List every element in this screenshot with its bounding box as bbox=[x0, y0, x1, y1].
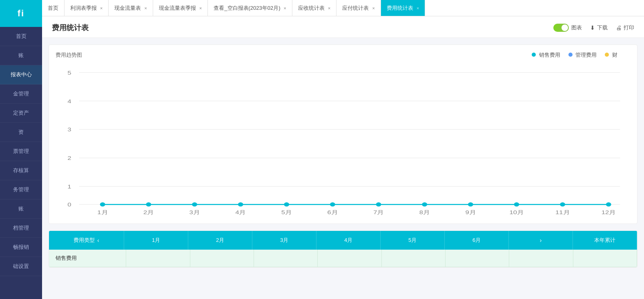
chart-toggle-wrap: 图表 bbox=[553, 24, 582, 32]
download-button[interactable]: ⬇ 下载 bbox=[590, 24, 608, 31]
tab-expense[interactable]: 费用统计表 × bbox=[381, 0, 425, 16]
tab-blank[interactable]: 查看_空白报表(2023年02月) × bbox=[208, 0, 292, 16]
svg-point-31 bbox=[422, 202, 427, 206]
tab-close-cashflow[interactable]: × bbox=[144, 6, 147, 11]
tab-payable[interactable]: 应付统计表 × bbox=[336, 0, 381, 16]
svg-point-34 bbox=[560, 202, 565, 206]
td-m1 bbox=[126, 250, 190, 267]
tab-cashflow[interactable]: 现金流量表 × bbox=[109, 0, 153, 16]
print-icon: 🖨 bbox=[616, 24, 622, 31]
svg-text:4月: 4月 bbox=[235, 209, 246, 215]
sidebar-item-sales[interactable]: 畅报销 bbox=[0, 238, 42, 257]
th-ytd: 本年累计 bbox=[573, 231, 637, 250]
svg-point-25 bbox=[146, 202, 151, 206]
svg-point-27 bbox=[238, 202, 243, 206]
chart-svg: 5 4 3 2 1 0 1月 bbox=[56, 62, 631, 217]
sidebar-item-asset[interactable]: 定资产 bbox=[0, 104, 42, 123]
sidebar-item-invoice[interactable]: 票管理 bbox=[0, 142, 42, 161]
tab-close-cashflow-quarter[interactable]: × bbox=[199, 6, 202, 11]
svg-text:1: 1 bbox=[67, 184, 71, 190]
chart-toggle[interactable] bbox=[553, 24, 569, 32]
svg-text:6月: 6月 bbox=[327, 209, 338, 215]
chart-section: 费用趋势图 销售费用 管理费用 财 bbox=[49, 44, 637, 224]
svg-point-30 bbox=[376, 202, 381, 206]
sidebar-item-account[interactable]: 账 bbox=[0, 46, 42, 65]
sidebar-item-invest[interactable]: 资 bbox=[0, 123, 42, 142]
th-next-nav-wrap: › bbox=[509, 231, 573, 250]
td-m3 bbox=[254, 250, 318, 267]
svg-text:7月: 7月 bbox=[373, 209, 384, 215]
tab-close-receivable[interactable]: × bbox=[328, 6, 330, 11]
svg-text:3月: 3月 bbox=[189, 209, 200, 215]
td-m2 bbox=[190, 250, 254, 267]
th-type: 费用类型 ‹ bbox=[49, 231, 124, 250]
td-m5 bbox=[382, 250, 446, 267]
svg-point-26 bbox=[192, 202, 197, 206]
svg-text:1月: 1月 bbox=[97, 209, 108, 215]
sidebar-item-archive[interactable]: 档管理 bbox=[0, 219, 42, 238]
th-next-nav[interactable]: › bbox=[540, 237, 542, 244]
legend-admin-label: 管理费用 bbox=[575, 52, 597, 58]
tab-home[interactable]: 首页 bbox=[42, 0, 65, 16]
legend-dot-sales bbox=[532, 53, 536, 57]
chart-area-wrapper: 费用趋势图 销售费用 管理费用 财 bbox=[56, 51, 631, 217]
download-icon: ⬇ bbox=[590, 24, 595, 31]
tab-receivable[interactable]: 应收统计表 × bbox=[292, 0, 336, 16]
svg-text:11月: 11月 bbox=[555, 209, 570, 215]
th-prev-nav[interactable]: ‹ bbox=[97, 237, 99, 244]
th-m3: 3月 bbox=[252, 231, 316, 250]
svg-point-24 bbox=[100, 202, 105, 206]
sidebar-item-report[interactable]: 报表中心 bbox=[0, 65, 42, 84]
sidebar-item-home[interactable]: 首页 bbox=[0, 27, 42, 46]
chart-toggle-label: 图表 bbox=[571, 24, 582, 31]
td-m4 bbox=[318, 250, 381, 267]
print-button[interactable]: 🖨 打印 bbox=[616, 24, 634, 31]
legend-dot-admin bbox=[568, 53, 573, 57]
svg-point-28 bbox=[284, 202, 289, 206]
td-type: 销售费用 bbox=[49, 250, 126, 267]
td-nav-spacer bbox=[509, 250, 573, 267]
chart-legend: 销售费用 管理费用 财 bbox=[532, 51, 617, 59]
legend-finance: 财 bbox=[605, 51, 617, 59]
sidebar-logo: fi bbox=[0, 0, 42, 27]
th-m5: 5月 bbox=[381, 231, 445, 250]
svg-text:10月: 10月 bbox=[509, 209, 524, 215]
tab-close-blank[interactable]: × bbox=[284, 6, 286, 11]
th-m2-label: 2月 bbox=[216, 237, 224, 244]
download-label: 下载 bbox=[597, 24, 608, 31]
legend-admin: 管理费用 bbox=[568, 51, 597, 59]
th-m2: 2月 bbox=[188, 231, 252, 250]
legend-dot-finance bbox=[605, 53, 609, 57]
page-content: 费用统计表 图表 ⬇ 下载 🖨 打印 费用趋势图 bbox=[42, 16, 644, 299]
svg-point-32 bbox=[468, 202, 473, 206]
tab-cashflow-quarter[interactable]: 现金流量表季报 × bbox=[153, 0, 208, 16]
svg-text:5: 5 bbox=[67, 69, 71, 75]
tab-close-payable[interactable]: × bbox=[372, 6, 374, 11]
sidebar-item-settings[interactable]: 础设置 bbox=[0, 257, 42, 276]
th-m6: 6月 bbox=[445, 231, 509, 250]
th-m1: 1月 bbox=[124, 231, 188, 250]
svg-text:9月: 9月 bbox=[465, 209, 476, 215]
tab-profit[interactable]: 利润表季报 × bbox=[65, 0, 109, 16]
svg-text:5月: 5月 bbox=[281, 209, 292, 215]
tab-close-profit[interactable]: × bbox=[100, 6, 103, 11]
sidebar-item-stock[interactable]: 存核算 bbox=[0, 161, 42, 180]
table-section: 费用类型 ‹ 1月 2月 3月 4月 5月 bbox=[49, 230, 637, 268]
svg-text:0: 0 bbox=[67, 202, 71, 208]
chart-container: 5 4 3 2 1 0 1月 bbox=[56, 62, 631, 217]
svg-point-33 bbox=[514, 202, 519, 206]
svg-text:2: 2 bbox=[67, 155, 71, 161]
th-m6-label: 6月 bbox=[472, 237, 481, 244]
th-m1-label: 1月 bbox=[152, 237, 160, 244]
sidebar-item-service[interactable]: 务管理 bbox=[0, 180, 42, 199]
legend-sales-label: 销售费用 bbox=[539, 52, 560, 58]
sidebar-item-debt[interactable]: 账 bbox=[0, 199, 42, 219]
th-m5-label: 5月 bbox=[408, 237, 417, 244]
legend-sales: 销售费用 bbox=[532, 51, 560, 59]
sidebar-item-fund[interactable]: 金管理 bbox=[0, 84, 42, 104]
th-m4: 4月 bbox=[316, 231, 381, 250]
tab-close-expense[interactable]: × bbox=[417, 6, 419, 11]
tabs-bar: 首页 利润表季报 × 现金流量表 × 现金流量表季报 × 查看_空白报表(202… bbox=[42, 0, 644, 16]
table-header: 费用类型 ‹ 1月 2月 3月 4月 5月 bbox=[49, 231, 637, 250]
th-m4-label: 4月 bbox=[344, 237, 352, 244]
